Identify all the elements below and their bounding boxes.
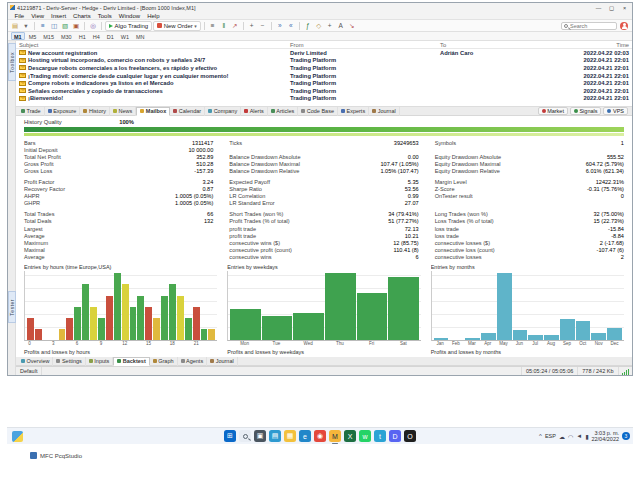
data-window-icon[interactable]: ◫ — [49, 21, 59, 31]
tester-tab[interactable]: Journal — [207, 357, 238, 366]
discord-icon[interactable]: D — [389, 430, 401, 442]
text-label-icon[interactable]: A — [336, 21, 346, 31]
menu-item[interactable]: Help — [144, 13, 163, 19]
new-order-button[interactable]: New Order ▾ — [153, 21, 201, 31]
taskbar-clock[interactable]: 3:03 p. m. 22/04/2022 — [591, 430, 619, 443]
timeframe-button[interactable]: M15 — [40, 32, 57, 40]
market-watch-icon[interactable]: ≡ — [38, 21, 48, 31]
battery-icon[interactable]: ▮ — [585, 433, 588, 440]
tray-chevron-icon[interactable]: ^ — [539, 433, 542, 439]
telegram-icon[interactable]: t — [374, 430, 386, 442]
toolbox-tab[interactable]: Calendar — [170, 107, 205, 116]
search-button[interactable] — [239, 430, 251, 442]
timeframe-button[interactable]: MN — [133, 32, 148, 40]
menu-item[interactable]: Charts — [70, 13, 95, 19]
menu-item[interactable]: View — [28, 13, 48, 19]
chart-shift-icon[interactable]: « — [286, 21, 296, 31]
toolbox-tab[interactable]: Alerts — [241, 107, 268, 116]
menu-item[interactable]: Insert — [48, 13, 70, 19]
language-indicator[interactable]: ESP — [545, 433, 556, 439]
crosshair-icon[interactable]: + — [325, 21, 335, 31]
obs-icon[interactable]: O — [404, 430, 416, 442]
mail-row[interactable]: ¡Trading móvil: comercie desde cualquier… — [16, 72, 632, 80]
arrow-object-icon[interactable]: ↘ — [347, 21, 357, 31]
start-button[interactable]: ⊞ — [224, 430, 236, 442]
tester-vertical-tab[interactable]: Tester — [8, 291, 16, 323]
auto-scroll-icon[interactable]: » — [275, 21, 285, 31]
mail-row[interactable]: ¡Bienvenido! Trading Platform 2022.04.21… — [16, 95, 632, 103]
toolbox-tab[interactable]: News — [110, 107, 136, 116]
toolbox-tab[interactable]: Code Base — [298, 107, 338, 116]
close-button[interactable]: × — [619, 5, 630, 11]
indicators-icon[interactable]: ƒ — [303, 21, 313, 31]
panel-button[interactable]: VPS — [603, 107, 628, 115]
search-input[interactable] — [570, 23, 614, 29]
mail-row[interactable]: Descargue robots comerciales a los freel… — [16, 64, 632, 72]
timeframe-button[interactable]: W1 — [118, 32, 132, 40]
mail-row[interactable]: Hosting virtual incorporado, comercio co… — [16, 57, 632, 65]
toolbox-tab[interactable]: Journal — [369, 107, 400, 116]
metatrader5-icon[interactable]: M — [329, 430, 341, 442]
toolbox-tab[interactable]: Mailbox — [136, 107, 170, 116]
zoom-in-icon[interactable]: + — [247, 21, 257, 31]
toolbox-tab[interactable]: Company — [205, 107, 241, 116]
task-view-button[interactable]: ▣ — [254, 430, 266, 442]
column-header-to[interactable]: To — [437, 42, 562, 48]
background-window-title[interactable]: MFC PcqStudio — [30, 452, 82, 459]
panel-button[interactable]: Signals — [570, 107, 602, 115]
tester-tab[interactable]: Settings — [53, 357, 85, 366]
toolbox-tab[interactable]: Exposure — [45, 107, 81, 116]
column-header-subject[interactable]: Subject — [16, 42, 287, 48]
onedrive-icon[interactable]: ☁ — [559, 433, 565, 440]
timeframe-button[interactable]: H1 — [76, 32, 89, 40]
toolbox-tab[interactable]: Experts — [338, 107, 369, 116]
chrome-browser-icon[interactable]: ◉ — [314, 430, 326, 442]
tester-tab[interactable]: Backtest — [113, 357, 149, 366]
wifi-icon[interactable]: ◠ — [568, 433, 573, 440]
timeframe-button[interactable]: M5 — [26, 32, 40, 40]
timeframe-button[interactable]: H4 — [90, 32, 103, 40]
tester-tab[interactable]: Inputs — [86, 357, 113, 366]
tester-tab[interactable]: Agents — [178, 357, 208, 366]
profile-cell[interactable]: Default — [16, 367, 42, 375]
tester-tab[interactable]: Graph — [150, 357, 178, 366]
minimize-button[interactable]: — — [593, 5, 604, 11]
tester-tab[interactable]: Overview — [18, 357, 53, 366]
timeframe-button[interactable]: D1 — [104, 32, 117, 40]
profiles-icon[interactable]: ▾ — [21, 21, 31, 31]
mail-row[interactable]: Compre robots e indicadores ya listos en… — [16, 79, 632, 87]
whatsapp-icon[interactable]: w — [359, 430, 371, 442]
candlestick-icon[interactable]: ‖ — [219, 21, 229, 31]
mail-row[interactable]: New account registration Deriv Limited A… — [16, 49, 632, 57]
account-user-icon[interactable] — [620, 22, 628, 30]
panel-button[interactable]: Market — [538, 107, 568, 115]
line-chart-icon[interactable]: ↗ — [230, 21, 240, 31]
notification-badge[interactable]: 3 — [622, 432, 630, 440]
file-explorer-icon[interactable]: ▦ — [284, 430, 296, 442]
excel-icon[interactable]: X — [344, 430, 356, 442]
toolbox-tab[interactable]: Articles — [268, 107, 299, 116]
toolbox-icon[interactable]: ▣ — [71, 21, 81, 31]
column-header-time[interactable]: Time — [562, 42, 632, 48]
objects-icon[interactable]: ◇ — [314, 21, 324, 31]
toolbox-tab[interactable]: History — [80, 107, 110, 116]
timeframe-button[interactable]: M30 — [58, 32, 75, 40]
maximize-button[interactable]: ▢ — [606, 5, 617, 11]
mail-row[interactable]: Señales comerciales y copiado de transac… — [16, 87, 632, 95]
volume-icon[interactable]: ◄ — [576, 433, 582, 439]
navigator-icon[interactable]: ▧ — [60, 21, 70, 31]
new-chart-icon[interactable]: ▤ — [10, 21, 20, 31]
toolbox-vertical-tab[interactable]: Toolbox — [8, 43, 16, 81]
toolbox-tab[interactable]: Trade — [18, 107, 45, 116]
edge-browser-icon[interactable]: e — [299, 430, 311, 442]
strategy-tester-icon[interactable]: ◎ — [88, 21, 98, 31]
widgets-button[interactable]: ▤ — [269, 430, 281, 442]
menu-item[interactable]: Tools — [94, 13, 115, 19]
weather-widget-icon[interactable] — [12, 431, 23, 442]
zoom-out-icon[interactable]: − — [258, 21, 268, 31]
bar-chart-icon[interactable]: ≡ — [208, 21, 218, 31]
algo-trading-button[interactable]: Algo Trading — [105, 21, 152, 31]
column-header-from[interactable]: From — [287, 42, 437, 48]
menu-item[interactable]: Window — [115, 13, 143, 19]
menu-item[interactable]: File — [11, 13, 28, 19]
